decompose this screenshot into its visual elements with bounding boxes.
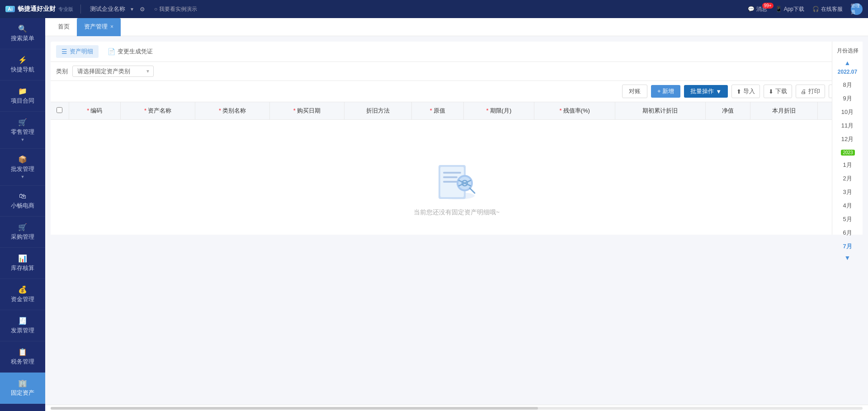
- th-purchase-date: *购买日期: [269, 102, 344, 120]
- th-residual-rate: *残值率(%): [534, 102, 615, 120]
- month-item-6[interactable]: 6月: [832, 226, 863, 240]
- message-icon: 💬: [748, 6, 755, 12]
- ai-badge: Ai: [5, 6, 15, 12]
- tab-change-voucher[interactable]: 📄 变更生成凭证: [102, 45, 158, 58]
- month-item-7[interactable]: 7月: [832, 240, 863, 253]
- category-label: 类别: [56, 67, 68, 76]
- toolbar: ☰ 资产明细 📄 变更生成凭证: [51, 42, 863, 62]
- sidebar-item-retail[interactable]: 🛒 零售管理 ▼: [0, 112, 45, 149]
- add-button[interactable]: + 新增: [651, 85, 680, 98]
- user-avatar[interactable]: 管理员: [851, 3, 863, 15]
- quick-nav-icon: ⚡: [18, 56, 27, 64]
- month-item-8[interactable]: 8月: [832, 78, 863, 92]
- inventory-icon: 📊: [18, 254, 27, 263]
- page-inner: ☰ 资产明细 📄 变更生成凭证 类别 请选择固定资产类别: [51, 42, 863, 235]
- th-code: *编码: [69, 102, 121, 120]
- app-download-button[interactable]: 📱 App下载: [775, 5, 804, 13]
- sidebar-item-label-retail: 零售管理: [11, 128, 34, 136]
- sidebar-item-label-tax: 税务管理: [11, 358, 34, 366]
- sidebar-item-salary[interactable]: 💼 工资: [0, 404, 45, 411]
- reconcile-button[interactable]: 对账: [622, 85, 647, 98]
- empty-state: 当前您还没有固定资产明细哦~: [51, 120, 863, 235]
- th-accumulated-depreciation: 期初累计折旧: [615, 102, 706, 120]
- th-category-name: *类别名称: [195, 102, 269, 120]
- project-icon: 📁: [18, 87, 27, 95]
- month-year-2022[interactable]: 2022.07: [838, 67, 857, 76]
- table-header-checkbox: [51, 102, 69, 120]
- sidebar-item-label-fixed-assets: 固定资产: [11, 389, 34, 397]
- category-select-wrapper: 请选择固定资产类别 ▼: [72, 66, 154, 77]
- assets-table: *编码 *资产名称 *类别名称 *购买日期: [51, 102, 863, 120]
- sidebar-item-invoice[interactable]: 🧾 发票管理: [0, 310, 45, 341]
- message-button[interactable]: 💬 消息 99+: [748, 5, 767, 13]
- batch-button[interactable]: 批量操作 ▼: [684, 85, 728, 98]
- message-badge: 99+: [762, 3, 774, 9]
- purchase-icon: 🛒: [18, 223, 27, 231]
- sidebar-item-tax[interactable]: 📋 税务管理: [0, 341, 45, 373]
- th-period-months: *期限(月): [463, 102, 534, 120]
- sidebar-item-fund[interactable]: 💰 资金管理: [0, 279, 45, 310]
- select-all-checkbox[interactable]: [57, 107, 62, 113]
- month-item-11[interactable]: 11月: [832, 119, 863, 132]
- month-item-1[interactable]: 1月: [832, 158, 863, 172]
- month-item-9[interactable]: 9月: [832, 92, 863, 105]
- month-item-4[interactable]: 4月: [832, 199, 863, 213]
- month-item-5[interactable]: 5月: [832, 213, 863, 226]
- sidebar-item-search[interactable]: 🔍 搜索菜单: [0, 18, 45, 49]
- sidebar-item-inventory[interactable]: 📊 库存核算: [0, 248, 45, 279]
- horizontal-scrollbar[interactable]: [51, 407, 863, 410]
- month-up-arrow[interactable]: ▲: [844, 58, 851, 67]
- svg-line-11: [470, 188, 475, 193]
- tab-close-icon[interactable]: ×: [110, 24, 113, 30]
- category-select[interactable]: 请选择固定资产类别: [72, 66, 154, 77]
- print-icon: 🖨: [801, 88, 807, 95]
- demo-button[interactable]: ○ 我要看实例演示: [154, 5, 197, 13]
- sidebar-item-label-project: 项目合同: [11, 97, 34, 105]
- tab-bar: 首页 资产管理 ×: [45, 18, 868, 36]
- download-button[interactable]: ⬇ 下载: [764, 85, 792, 98]
- fixed-assets-icon: 🏢: [18, 379, 27, 387]
- brand: Ai 畅捷通好业财 专业版: [5, 5, 73, 13]
- content-area: 首页 资产管理 × ☰ 资产明细 📄 变更生成凭证: [45, 18, 868, 411]
- import-icon: ⬆: [736, 88, 741, 95]
- ecommerce-icon: 🛍: [19, 192, 26, 200]
- invoice-icon: 🧾: [18, 317, 27, 325]
- month-item-3[interactable]: 3月: [832, 185, 863, 199]
- download-icon: ⬇: [769, 88, 774, 95]
- sidebar-item-purchase[interactable]: 🛒 采购管理: [0, 217, 45, 248]
- import-button[interactable]: ⬆ 导入: [731, 85, 760, 98]
- tab-home[interactable]: 首页: [51, 18, 77, 36]
- phone-icon: 📱: [775, 6, 782, 12]
- sidebar-item-label-quick-nav: 快捷导航: [11, 66, 34, 74]
- customer-service-button[interactable]: 🎧 在线客服: [812, 5, 843, 13]
- th-monthly-depreciation: 本月折旧: [750, 102, 817, 120]
- demo-icon: ○: [154, 6, 157, 12]
- action-bar: 对账 + 新增 批量操作 ▼ ⬆ 导入 ⬇ 下载: [51, 81, 863, 102]
- print-button[interactable]: 🖨 打印: [796, 85, 825, 98]
- company-selector[interactable]: 测试企业名称: [90, 5, 125, 13]
- scrollbar-thumb[interactable]: [51, 407, 538, 410]
- sidebar-item-quick-nav[interactable]: ⚡ 快捷导航: [0, 49, 45, 80]
- empty-illustration: [429, 156, 484, 201]
- tab-asset-detail[interactable]: ☰ 资产明细: [56, 45, 99, 58]
- sidebar-item-label-wholesale: 批发管理: [11, 165, 34, 173]
- sidebar-item-fixed-assets[interactable]: 🏢 固定资产: [0, 373, 45, 404]
- settings-icon[interactable]: ⚙: [140, 6, 145, 13]
- company-dropdown-icon[interactable]: ▼: [130, 7, 134, 12]
- page-content: ☰ 资产明细 📄 变更生成凭证 类别 请选择固定资产类别: [45, 36, 868, 405]
- month-item-12[interactable]: 12月: [832, 132, 863, 146]
- top-bar-right: 💬 消息 99+ 📱 App下载 🎧 在线客服 管理员: [748, 3, 863, 15]
- retail-icon: 🛒: [18, 118, 27, 127]
- month-item-2[interactable]: 2月: [832, 172, 863, 185]
- sidebar-item-label-purchase: 采购管理: [11, 233, 34, 241]
- main-layout: 🔍 搜索菜单 ⚡ 快捷导航 📁 项目合同 🛒 零售管理 ▼ 📦 批发管理 ▼ 🛍…: [0, 18, 868, 411]
- th-original-value: *原值: [412, 102, 464, 120]
- tab-asset-management[interactable]: 资产管理 ×: [77, 18, 121, 36]
- month-down-arrow[interactable]: ▼: [844, 253, 851, 262]
- tax-icon: 📋: [18, 348, 27, 356]
- sidebar-item-project[interactable]: 📁 项目合同: [0, 80, 45, 112]
- sidebar-item-ecommerce[interactable]: 🛍 小畅电商: [0, 186, 45, 217]
- month-panel: 月份选择 ▲ 2022.07 8月 9月 10月 11月 12月 2023 1月…: [832, 42, 863, 235]
- month-item-10[interactable]: 10月: [832, 105, 863, 119]
- sidebar-item-wholesale[interactable]: 📦 批发管理 ▼: [0, 149, 45, 186]
